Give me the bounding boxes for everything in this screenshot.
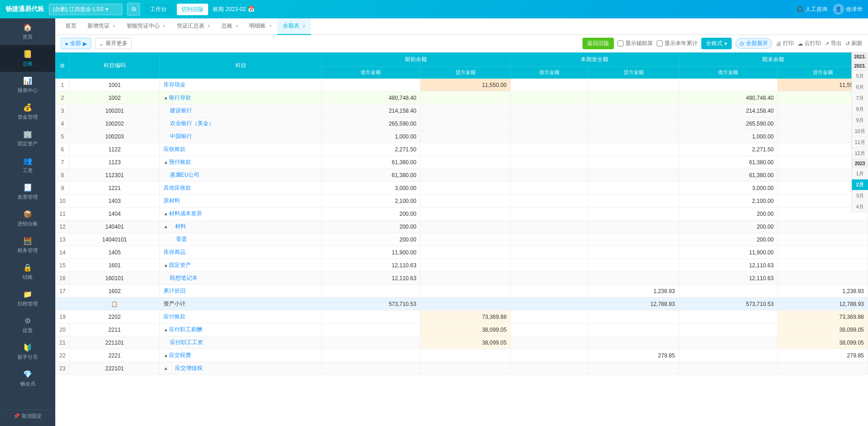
cell-name[interactable]: 应付账款 <box>160 311 322 323</box>
cell-name[interactable]: 零蛋 <box>160 233 322 246</box>
tab-voucher-summary[interactable]: 凭证汇总表 × <box>171 18 216 35</box>
account-link[interactable]: 惠属EU公司 <box>170 172 200 178</box>
show-aux-checkbox[interactable]: 显示辅助算 <box>618 40 653 47</box>
period-nav-8[interactable]: 8月 <box>852 104 868 115</box>
expand-icon[interactable]: ▲ <box>163 327 168 332</box>
tab-close-detail-ledger[interactable]: × <box>269 23 272 29</box>
period-nav-12[interactable]: 12月 <box>852 148 868 159</box>
account-link[interactable]: 库存商品 <box>163 249 186 255</box>
cell-name[interactable]: ▲银行存款 <box>160 92 322 104</box>
cell-name[interactable]: 中国银行 <box>160 130 322 143</box>
tab-close-balance-sheet[interactable]: × <box>303 23 305 29</box>
expand-icon[interactable]: ▲ <box>163 160 168 165</box>
account-link[interactable]: 原材料 <box>163 197 180 204</box>
cell-name[interactable]: ▲预付账款 <box>160 156 322 169</box>
aux-checkbox-input[interactable] <box>618 40 623 46</box>
export-button[interactable]: ↗ 导出 <box>825 40 842 47</box>
tab-detail-ledger[interactable]: 明细账 × <box>244 18 277 35</box>
period-nav-10[interactable]: 10月 <box>852 126 868 137</box>
settings-cell[interactable]: ⚙ <box>56 53 70 79</box>
period-nav-3[interactable]: 3月 <box>852 190 868 201</box>
sidebar-item-sales[interactable]: 📦 进销台账 <box>0 205 55 232</box>
print-button[interactable]: 🖨 打印 <box>776 40 794 47</box>
cloud-print-button[interactable]: ☁ 云打印 <box>798 40 821 47</box>
account-link[interactable]: 其他应收款 <box>163 184 191 191</box>
account-link[interactable]: 中国银行 <box>170 133 192 139</box>
expand-icon[interactable]: ▲ <box>163 95 168 100</box>
expand-icon[interactable]: ▲ <box>163 211 168 216</box>
consult-link[interactable]: 🎧 人工咨询 <box>797 6 827 13</box>
period-nav-2[interactable]: 2月 <box>852 179 868 190</box>
filter-all-button[interactable]: ● 全部 ▶ <box>61 38 91 49</box>
period-nav-6[interactable]: 6月 <box>852 82 868 93</box>
account-link[interactable]: 材料 <box>175 223 186 230</box>
sidebar-item-invoices[interactable]: 🧾 发票管理 <box>0 178 55 205</box>
tab-general-ledger[interactable]: 总账 × <box>216 18 244 35</box>
cell-name[interactable]: ▲固定资产 <box>160 259 322 272</box>
cell-name[interactable]: 库存商品 <box>160 246 322 259</box>
sidebar-item-settings[interactable]: ⚙ 设置 <box>0 312 55 339</box>
period-nav-4[interactable]: 4月 <box>852 201 868 213</box>
account-link[interactable]: 联想笔记本 <box>170 275 198 281</box>
ytd-checkbox-input[interactable] <box>657 40 663 46</box>
expand-icon[interactable]: ▲ <box>163 224 168 229</box>
sidebar-item-home[interactable]: 🏠 首页 <box>0 18 55 45</box>
workbench-button[interactable]: 工作台 <box>145 4 172 15</box>
expand-icon[interactable]: ▲ <box>163 366 168 371</box>
account-link[interactable]: 农业银行（美金） <box>170 120 214 127</box>
account-link[interactable]: 应交增值税 <box>175 365 203 371</box>
cell-name[interactable]: ▲应付职工薪酬 <box>160 323 322 336</box>
user-menu[interactable]: 👤 徐泽华 <box>833 4 862 15</box>
tab-close-smart-voucher[interactable]: × <box>163 23 166 29</box>
tab-close-voucher-summary[interactable]: × <box>208 23 210 29</box>
account-link[interactable]: 应付职工薪酬 <box>169 326 202 333</box>
tab-new-voucher[interactable]: 新增凭证 × <box>82 18 121 35</box>
full-format-button[interactable]: 全账式 ▾ <box>701 38 732 49</box>
cell-name[interactable]: 农业银行（美金） <box>160 117 322 130</box>
cell-name[interactable]: 其他应收款 <box>160 182 322 195</box>
sidebar-item-ledger[interactable]: 📒 总账 <box>0 45 55 72</box>
return-old-version-button[interactable]: 返回旧版 <box>583 38 614 49</box>
cell-name[interactable]: 联想笔记本 <box>160 272 322 285</box>
cell-name[interactable]: ▲ 材料 <box>160 220 322 233</box>
cell-name[interactable]: 累计折旧 <box>160 285 322 298</box>
period-nav-7[interactable]: 7月 <box>852 93 868 104</box>
account-link[interactable]: 应付职工工资 <box>170 339 203 345</box>
tab-balance-sheet[interactable]: 余额表 × <box>277 18 311 35</box>
sidebar-item-assets[interactable]: 🏢 固定资产 <box>0 125 55 152</box>
account-link[interactable]: 预付账款 <box>169 159 191 165</box>
period-nav-5[interactable]: 5月 <box>852 71 868 82</box>
account-link[interactable]: 建设银行 <box>170 107 192 114</box>
cell-name[interactable]: 惠属EU公司 <box>160 169 322 182</box>
cell-name[interactable]: 建设银行 <box>160 104 322 117</box>
expand-icon[interactable]: ▲ <box>163 263 168 268</box>
tab-close-new-voucher[interactable]: × <box>113 23 116 29</box>
account-link[interactable]: 材料成本差异 <box>169 210 202 217</box>
sidebar-item-tax[interactable]: 🧮 税务管理 <box>0 232 55 259</box>
expand-icon[interactable]: ▲ <box>163 353 168 358</box>
refresh-button[interactable]: ↺ 刷新 <box>845 40 862 47</box>
cell-name[interactable]: 应付职工工资 <box>160 336 322 349</box>
period-nav-1[interactable]: 1月 <box>852 168 868 179</box>
account-link[interactable]: 累计折旧 <box>163 288 186 294</box>
account-link[interactable]: 固定资产 <box>169 262 191 268</box>
sidebar-item-reports[interactable]: 📊 报表中心 <box>0 72 55 98</box>
sidebar-item-payroll[interactable]: 👥 工资 <box>0 152 55 178</box>
tab-close-general-ledger[interactable]: × <box>236 23 239 29</box>
sidebar-item-member[interactable]: 💎 畅会员 <box>0 365 55 392</box>
cell-name[interactable]: ▲ 应交增值税 <box>160 362 322 375</box>
sidebar-item-guide[interactable]: 🔰 新手引导 <box>0 339 55 365</box>
account-link[interactable]: 应交税费 <box>169 352 191 358</box>
switch-version-button[interactable]: 切到旧版 <box>177 4 208 15</box>
expand-all-toggle[interactable]: ⊙ 全部展开 <box>735 38 772 49</box>
account-link[interactable]: 零蛋 <box>176 236 187 242</box>
account-link[interactable]: 银行存款 <box>169 94 191 101</box>
copy-icon[interactable]: ⧉ <box>127 3 140 16</box>
period-nav-11[interactable]: 11月 <box>852 137 868 148</box>
cell-name[interactable]: 应收账款 <box>160 143 322 156</box>
show-ytd-checkbox[interactable]: 显示本年累计 <box>657 40 698 47</box>
account-link[interactable]: 应收账款 <box>163 146 186 152</box>
account-link[interactable]: 库存现金 <box>163 81 186 88</box>
period-nav-9[interactable]: 9月 <box>852 115 868 126</box>
company-selector[interactable]: (勿删) 江西股金-LSS ▾ <box>49 4 122 15</box>
